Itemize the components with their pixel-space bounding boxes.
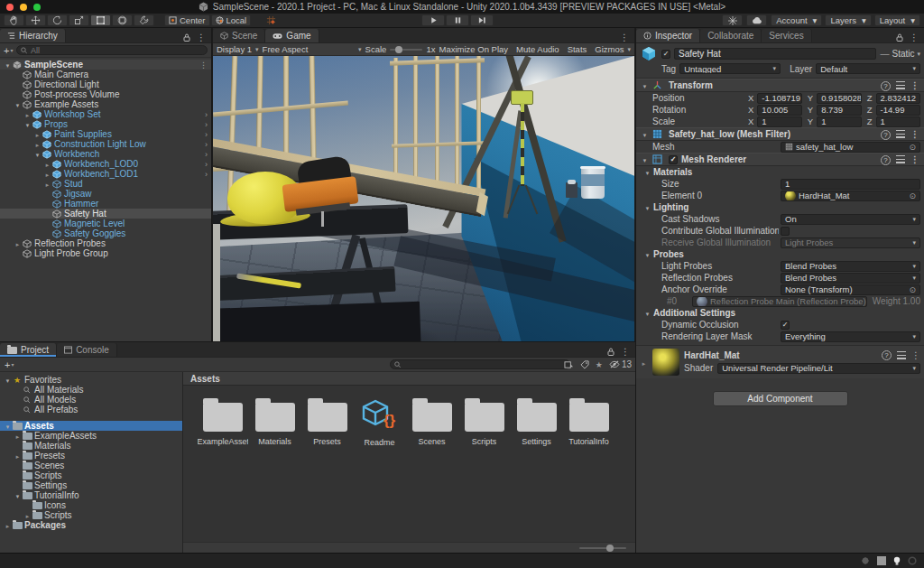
layers-dropdown[interactable]: Layers▾ xyxy=(825,14,871,26)
project-tree-item-all-prefabs[interactable]: All Prefabs xyxy=(0,405,182,414)
grid-snapping-icon[interactable] xyxy=(261,14,282,26)
tag-dropdown[interactable]: Untagged xyxy=(679,63,781,74)
material-element-field[interactable]: HardHat_Mat xyxy=(781,191,920,201)
rotation-y-field[interactable]: 8.739 xyxy=(817,105,862,116)
project-tree-item-favorites[interactable]: ★Favorites xyxy=(0,375,182,385)
scene-menu-icon[interactable]: ⋮ xyxy=(199,61,208,70)
project-tree-item-exampleassets[interactable]: ExampleAssets xyxy=(0,431,182,441)
rect-tool-icon[interactable] xyxy=(90,14,111,26)
zoom-window-button[interactable] xyxy=(33,4,41,11)
tab-inspector[interactable]: Inspector xyxy=(636,29,700,42)
component-menu-icon[interactable]: ⋮ xyxy=(910,80,919,90)
minimize-window-button[interactable] xyxy=(20,4,27,11)
account-dropdown[interactable]: Account▾ xyxy=(771,14,822,26)
prefab-open-arrow[interactable]: › xyxy=(205,140,208,149)
panel-menu-icon[interactable]: ⋮ xyxy=(910,33,919,42)
hierarchy-item-workshop-set[interactable]: Workshop Set› xyxy=(0,109,211,119)
hierarchy-item-workbench[interactable]: Workbench› xyxy=(0,149,211,159)
game-render-viewport[interactable] xyxy=(213,56,634,356)
project-tree-item-materials[interactable]: Materials xyxy=(0,441,182,451)
tab-services[interactable]: Services xyxy=(762,29,811,42)
search-by-label-icon[interactable] xyxy=(580,360,589,369)
static-toggle[interactable]: —Static▾ xyxy=(880,49,920,59)
transform-component-header[interactable]: Transform ⋮ xyxy=(636,79,924,92)
play-button[interactable] xyxy=(421,14,445,26)
transform-tool-icon[interactable] xyxy=(112,14,133,26)
component-menu-icon[interactable]: ⋮ xyxy=(910,154,919,164)
icon-size-slider[interactable] xyxy=(579,547,626,549)
pivot-toggle-button[interactable]: Center xyxy=(164,14,210,26)
project-search[interactable] xyxy=(390,359,570,369)
hierarchy-item-hammer[interactable]: Hammer xyxy=(0,199,211,209)
hierarchy-item-directional-light[interactable]: Directional Light xyxy=(0,79,211,89)
dynamic-occlusion-checkbox[interactable] xyxy=(781,321,790,330)
asset-item-tutorialinfo[interactable]: TutorialInfo xyxy=(568,398,610,447)
asset-item-readme[interactable]: {}Readme xyxy=(358,398,401,447)
create-add-button[interactable]: +▾ xyxy=(4,45,13,56)
hierarchy-item-magnetic-level[interactable]: Magnetic Level xyxy=(0,219,211,228)
breadcrumb[interactable]: Assets xyxy=(183,372,635,386)
hierarchy-item-example-assets[interactable]: Example Assets xyxy=(0,99,211,109)
prefab-open-arrow[interactable]: › xyxy=(205,110,208,119)
cast-shadows-dropdown[interactable]: On xyxy=(781,214,920,225)
rotate-tool-icon[interactable] xyxy=(47,14,68,26)
panel-menu-icon[interactable]: ⋮ xyxy=(197,33,206,42)
probes-foldout[interactable]: Probes xyxy=(653,249,684,259)
gizmos-dropdown[interactable]: Gizmos▾ xyxy=(595,44,631,54)
presets-icon[interactable] xyxy=(896,155,905,163)
help-icon[interactable] xyxy=(881,80,891,91)
status-bug-icon[interactable] xyxy=(861,556,870,565)
hierarchy-search-input[interactable] xyxy=(31,46,203,55)
materials-foldout[interactable]: Materials xyxy=(653,167,692,177)
panel-menu-icon[interactable]: ⋮ xyxy=(620,33,629,42)
display-dropdown[interactable]: Display 1▾ xyxy=(217,44,259,54)
position-y-field[interactable]: 0.9158028 xyxy=(817,93,862,104)
aspect-dropdown[interactable]: Free Aspect▾ xyxy=(263,44,362,54)
hierarchy-item-main-camera[interactable]: Main Camera xyxy=(0,70,211,79)
project-tree-item-presets[interactable]: Presets xyxy=(0,451,182,461)
prefab-open-arrow[interactable]: › xyxy=(205,160,208,169)
help-icon[interactable] xyxy=(882,349,892,360)
project-tree-item-scenes[interactable]: Scenes xyxy=(0,461,182,470)
project-tree-item-all-models[interactable]: All Models xyxy=(0,395,182,405)
help-icon[interactable] xyxy=(881,154,891,165)
orientation-toggle-button[interactable]: Local xyxy=(211,14,252,26)
hierarchy-item-safety-goggles[interactable]: Safety Goggles xyxy=(0,228,211,238)
mesh-object-field[interactable]: safety_hat_low xyxy=(781,142,920,153)
hierarchy-item-post-process-volume[interactable]: Post-process Volume xyxy=(0,89,211,99)
scale-tool-icon[interactable] xyxy=(69,14,89,26)
asset-item-exampleassets[interactable]: ExampleAssets xyxy=(201,398,244,447)
anchor-override-field[interactable]: None (Transform) xyxy=(781,284,920,295)
hierarchy-item-workbench-lod1[interactable]: Workbench_LOD1› xyxy=(0,169,211,179)
asset-item-presets[interactable]: Presets xyxy=(306,398,348,447)
lock-icon[interactable] xyxy=(183,33,190,42)
step-button[interactable] xyxy=(470,14,494,26)
project-tree-item-scripts[interactable]: Scripts xyxy=(0,510,182,520)
hierarchy-item-jigsaw[interactable]: Jigsaw xyxy=(0,189,211,199)
search-by-type-icon[interactable] xyxy=(564,360,574,369)
status-light-icon[interactable] xyxy=(893,556,901,566)
material-preview-sphere[interactable] xyxy=(652,349,679,376)
hidden-packages-toggle[interactable]: 13 xyxy=(609,359,632,369)
shader-dropdown[interactable]: Universal Render Pipeline/Lit xyxy=(717,363,920,374)
tab-hierarchy[interactable]: Hierarchy xyxy=(0,29,66,42)
position-z-field[interactable]: 2.832412 xyxy=(876,93,921,104)
additional-settings-foldout[interactable]: Additional Settings xyxy=(653,308,735,318)
component-menu-icon[interactable]: ⋮ xyxy=(911,350,920,360)
stats-button[interactable]: Stats xyxy=(568,44,587,54)
scale-z-field[interactable]: 1 xyxy=(876,116,921,127)
rendering-layer-mask-dropdown[interactable]: Everything xyxy=(781,331,920,342)
lock-icon[interactable] xyxy=(896,33,903,42)
material-foldout-expander[interactable] xyxy=(640,358,648,376)
hierarchy-item-stud[interactable]: Stud xyxy=(0,179,211,189)
panel-menu-icon[interactable]: ⋮ xyxy=(621,347,630,357)
layer-dropdown[interactable]: Default xyxy=(816,63,920,74)
hierarchy-search[interactable] xyxy=(16,45,208,55)
hierarchy-item-light-probe-group[interactable]: Light Probe Group xyxy=(0,248,211,258)
hierarchy-item-reflection-probes[interactable]: Reflection Probes xyxy=(0,238,211,248)
status-progress-icon[interactable] xyxy=(908,556,917,565)
custom-tool-icon[interactable] xyxy=(134,14,154,26)
mute-audio-button[interactable]: Mute Audio xyxy=(516,44,559,54)
lock-icon[interactable] xyxy=(607,348,614,356)
hierarchy-item-safety-hat[interactable]: Safety Hat xyxy=(0,209,211,219)
